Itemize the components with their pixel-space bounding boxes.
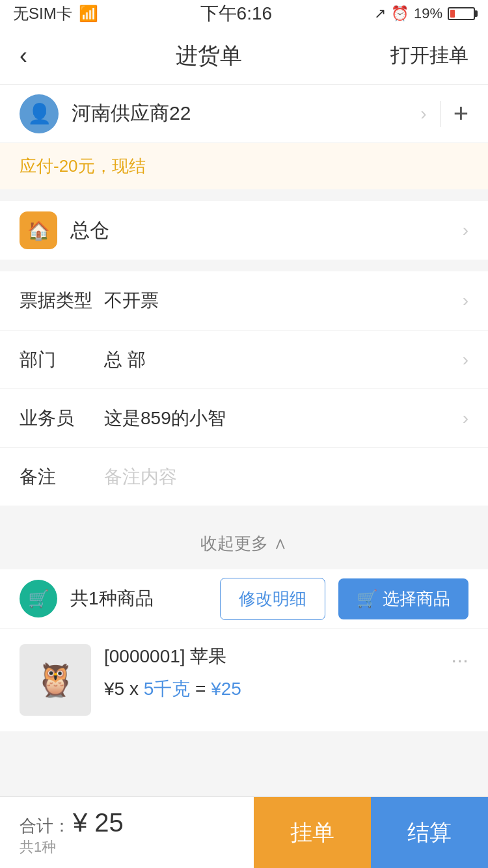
status-right: ↗ ⏰ 19%	[374, 5, 475, 22]
total-label: 合计：	[20, 815, 70, 837]
carrier-text: 无SIM卡	[13, 3, 72, 24]
warehouse-card: 🏠 总仓 ›	[0, 201, 488, 260]
remark-row[interactable]: 备注 备注内容	[0, 447, 488, 506]
product-thumbnail: 🦉	[20, 644, 91, 716]
product-price: ¥5 x 5千克 = ¥25	[104, 677, 438, 701]
status-bar: 无SIM卡 📶 下午6:16 ↗ ⏰ 19%	[0, 0, 488, 27]
supplier-notice: 应付-20元，现结	[0, 143, 488, 189]
status-time: 下午6:16	[200, 1, 273, 26]
form-card: 票据类型 不开票 › 部门 总 部 › 业务员 这是859的小智 › 备注 备注…	[0, 271, 488, 506]
product-code: [0000001]	[104, 646, 185, 666]
total-count: 共1种	[20, 837, 234, 857]
supplier-card: 👤 河南供应商22 › + 应付-20元，现结	[0, 85, 488, 189]
product-cart-icon: 🛒	[20, 580, 57, 617]
checkout-button[interactable]: 结算	[371, 797, 488, 868]
main-content: 👤 河南供应商22 › + 应付-20元，现结 🏠 总仓 › 票据类型 不开票 …	[0, 85, 488, 821]
warehouse-icon: 🏠	[20, 211, 57, 249]
product-multiply: x	[129, 679, 144, 699]
status-left: 无SIM卡 📶	[13, 3, 98, 24]
collapse-label: 收起更多 ∧	[200, 532, 287, 555]
open-hang-button[interactable]: 打开挂单	[390, 42, 468, 69]
battery-percent: 19%	[414, 5, 442, 22]
select-product-label: 选择商品	[383, 588, 450, 610]
product-title: 苹果	[190, 646, 226, 666]
collapse-bar[interactable]: 收起更多 ∧	[0, 517, 488, 569]
supplier-divider	[440, 101, 441, 127]
product-info: [0000001] 苹果 ¥5 x 5千克 = ¥25	[104, 644, 438, 701]
total-amount: ¥ 25	[73, 808, 124, 837]
product-section: 🛒 共1种商品 修改明细 🛒 选择商品 🦉 [0000001] 苹果 ¥5	[0, 569, 488, 731]
page-title: 进货单	[176, 41, 242, 71]
invoice-label: 票据类型	[20, 288, 104, 313]
sales-label: 业务员	[20, 406, 104, 431]
invoice-row[interactable]: 票据类型 不开票 ›	[0, 271, 488, 330]
product-total: ¥25	[211, 679, 241, 699]
product-more-button[interactable]: ···	[451, 644, 468, 672]
dept-value: 总 部	[104, 347, 463, 372]
product-item: 🦉 [0000001] 苹果 ¥5 x 5千克 = ¥25 ···	[0, 628, 488, 731]
product-equals: =	[195, 679, 211, 699]
supplier-avatar: 👤	[20, 94, 59, 133]
product-header: 🛒 共1种商品 修改明细 🛒 选择商品	[0, 569, 488, 628]
select-product-button[interactable]: 🛒 选择商品	[338, 578, 468, 619]
add-supplier-button[interactable]: +	[454, 99, 468, 128]
alarm-icon: ⏰	[391, 5, 409, 22]
hang-button[interactable]: 挂单	[254, 797, 371, 868]
sales-value: 这是859的小智	[104, 406, 463, 431]
warehouse-row[interactable]: 🏠 总仓 ›	[0, 201, 488, 260]
product-quantity: 5千克	[144, 679, 191, 699]
bottom-total: 合计： ¥ 25 共1种	[0, 797, 254, 868]
supplier-chevron-icon: ›	[420, 103, 426, 124]
wifi-icon: 📶	[79, 5, 98, 23]
invoice-value: 不开票	[104, 288, 463, 313]
cart-icon: 🛒	[28, 589, 49, 609]
supplier-row[interactable]: 👤 河南供应商22 › +	[0, 85, 488, 143]
product-count: 共1种商品	[70, 586, 207, 611]
product-name: [0000001] 苹果	[104, 644, 438, 669]
bottom-bar: 合计： ¥ 25 共1种 挂单 结算	[0, 796, 488, 868]
nav-bar: ‹ 进货单 打开挂单	[0, 27, 488, 85]
supplier-name: 河南供应商22	[72, 100, 420, 127]
dept-label: 部门	[20, 347, 104, 372]
sales-chevron-icon: ›	[463, 408, 468, 429]
remark-placeholder: 备注内容	[104, 465, 468, 489]
product-unit-price: ¥5	[104, 679, 124, 699]
back-button[interactable]: ‹	[20, 42, 27, 70]
dept-row[interactable]: 部门 总 部 ›	[0, 330, 488, 388]
modify-detail-button[interactable]: 修改明细	[220, 578, 325, 620]
invoice-chevron-icon: ›	[463, 290, 468, 311]
select-cart-icon: 🛒	[357, 589, 377, 609]
location-icon: ↗	[374, 5, 386, 22]
sales-row[interactable]: 业务员 这是859的小智 ›	[0, 388, 488, 447]
warehouse-name: 总仓	[70, 217, 463, 244]
battery-icon	[448, 7, 475, 20]
avatar-icon: 👤	[27, 102, 51, 125]
remark-label: 备注	[20, 465, 104, 489]
warehouse-chevron-icon: ›	[463, 220, 468, 241]
dept-chevron-icon: ›	[463, 349, 468, 370]
product-owl-icon: 🦉	[35, 661, 75, 699]
